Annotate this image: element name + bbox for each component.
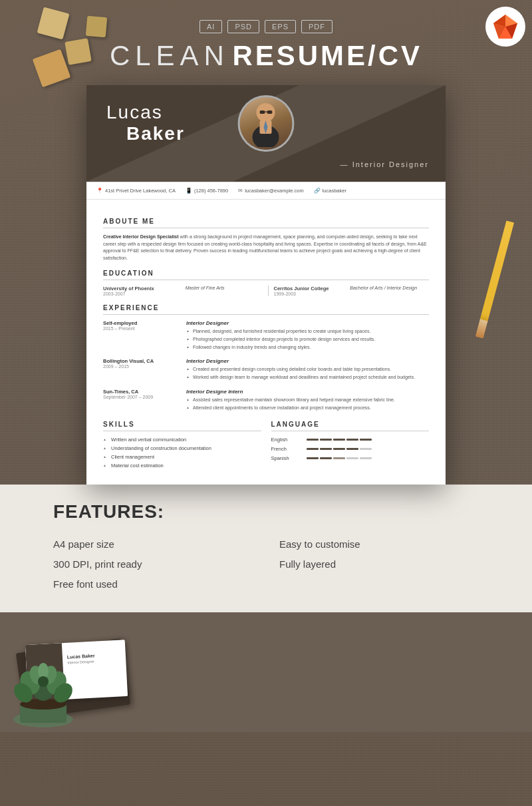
lang-bar xyxy=(360,457,372,459)
feature-1: A4 paper size xyxy=(53,536,253,552)
edu-degree-2: Bachelor of Arts / Interior Design xyxy=(350,286,429,296)
exp-bullet-2-2: Worked with design team to manage worklo… xyxy=(186,374,429,381)
lang-bar xyxy=(307,448,319,450)
format-pdf: PDF xyxy=(301,20,332,33)
lang-bar xyxy=(346,439,358,441)
web-icon: 🔗 xyxy=(314,188,321,194)
about-text: Creative Interior Design Specialist with… xyxy=(103,234,429,262)
svg-rect-9 xyxy=(260,110,265,114)
deco-block-2 xyxy=(65,38,92,65)
feature-2: Easy to customise xyxy=(279,536,479,552)
pencil-decoration xyxy=(475,221,514,339)
edu-school-2: Cerritos Junior College 1999-2003 xyxy=(268,286,347,296)
exp-right-1: Interior Designer Planned, designed, and… xyxy=(186,320,429,351)
feature-3: 300 DPI, print ready xyxy=(53,556,253,572)
phone-icon: 📱 xyxy=(186,188,192,194)
lang-bar xyxy=(307,439,319,441)
about-section-title: ABOUTE ME xyxy=(103,218,429,228)
deco-block-3 xyxy=(86,16,108,38)
page-wrapper: AI PSD EPS PDF CLEAN RESUME/CV Lucas Bak… xyxy=(0,0,532,806)
skill-4: Material cost estimation xyxy=(103,463,261,469)
feature-4: Fully layered xyxy=(279,556,479,572)
exp-bullet-2-1: Created and presented design concepts us… xyxy=(186,366,429,373)
features-title: FEATURES: xyxy=(53,501,479,522)
lang-french: French xyxy=(271,446,430,452)
exp-right-2: Interior Designer Created and presented … xyxy=(186,358,429,382)
lang-bar xyxy=(360,439,372,441)
resume-body: ABOUTE ME Creative Interior Design Speci… xyxy=(86,200,446,485)
lang-bar xyxy=(360,448,372,450)
lang-spanish: Spanish xyxy=(271,455,430,461)
contact-website: 🔗 lucasbaker xyxy=(314,188,346,194)
format-eps: EPS xyxy=(265,20,296,33)
exp-item-2: Bollington Visual, CA 2009 – 2015 Interi… xyxy=(103,358,429,382)
edu-school-1: University of Phoenix 2003-2007 xyxy=(103,286,182,296)
exp-bullet-1-2: Photographed completed interior design p… xyxy=(186,336,429,343)
email-icon: ✉ xyxy=(238,188,243,194)
exp-left-2: Bollington Visual, CA 2009 – 2015 xyxy=(103,358,183,382)
skill-3: Client management xyxy=(103,454,261,460)
exp-left-3: Sun-Times, CA September 2007 – 2009 xyxy=(103,389,183,413)
exp-bullet-3-1: Assisted sales representative maintain s… xyxy=(186,397,429,403)
exp-bullet-1-3: Followed changes in industry trends and … xyxy=(186,344,429,351)
lang-bars-english xyxy=(307,439,372,441)
skill-2: Understanding of construction documentat… xyxy=(103,445,261,451)
resume-header: Lucas Baker xyxy=(86,85,446,182)
features-grid: A4 paper size Easy to customise 300 DPI,… xyxy=(53,536,479,592)
exp-item-1: Self-employed 2015 – Present Interior De… xyxy=(103,320,429,351)
education-grid: University of Phoenix 2003-2007 Master o… xyxy=(103,286,429,296)
language-section: LANGUAGE English French xyxy=(271,421,430,471)
lang-bars-french xyxy=(307,448,372,450)
skills-title: SKILLS xyxy=(103,421,261,431)
exp-right-3: Interior Designe Intern Assisted sales r… xyxy=(186,389,429,413)
features-wrap: FEATURES: A4 paper size Easy to customis… xyxy=(0,485,532,612)
photo-placeholder xyxy=(240,97,293,150)
language-title: LANGUAGE xyxy=(271,421,430,431)
plant-svg xyxy=(0,630,86,729)
format-ai: AI xyxy=(200,20,222,33)
plant xyxy=(0,630,86,732)
format-badges: AI PSD EPS PDF xyxy=(0,0,532,33)
lang-bar xyxy=(346,448,358,450)
edu-degree-1: Master of Fine Arts xyxy=(186,286,265,296)
education-section-title: EDUCATION xyxy=(103,270,429,280)
contact-phone: 📱 (128) 456-7890 xyxy=(186,188,228,194)
lang-bar xyxy=(333,448,345,450)
first-name: Lucas xyxy=(106,102,185,123)
title-clean: CLEAN xyxy=(110,40,229,71)
feature-5: Free font used xyxy=(53,576,253,592)
skill-1: Written and verbal communication xyxy=(103,437,261,443)
profile-photo xyxy=(238,95,295,152)
location-icon: 📍 xyxy=(96,188,103,194)
bottom-section: Lucas Baker Interior Designer xyxy=(0,612,532,732)
lang-bar xyxy=(333,457,345,459)
exp-bullet-1-1: Planned, designed, and furnished residen… xyxy=(186,328,429,335)
lang-bar xyxy=(307,457,319,459)
experience-section-title: EXPERIENCE xyxy=(103,304,429,315)
contact-email: ✉ lucasbaker@example.com xyxy=(238,188,303,194)
header-name: Lucas Baker xyxy=(106,102,185,144)
svg-point-24 xyxy=(38,676,49,687)
last-name: Baker xyxy=(126,123,185,144)
contact-bar: 📍 41st Privet Drive Lakewood, CA 📱 (128)… xyxy=(86,182,446,200)
format-psd: PSD xyxy=(227,20,259,33)
lang-english: English xyxy=(271,437,430,443)
exp-bullet-3-2: Attended client appointments to observe … xyxy=(186,405,429,411)
lang-bar xyxy=(320,448,332,450)
svg-rect-10 xyxy=(267,110,273,114)
logo xyxy=(485,7,525,47)
job-title: Interior Designer xyxy=(340,160,429,168)
skills-lang-grid: SKILLS Written and verbal communication … xyxy=(103,421,429,471)
skills-section: SKILLS Written and verbal communication … xyxy=(103,421,261,471)
resume-card: Lucas Baker xyxy=(86,85,446,485)
gem-icon xyxy=(492,13,519,40)
exp-item-3: Sun-Times, CA September 2007 – 2009 Inte… xyxy=(103,389,429,413)
lang-bar xyxy=(320,439,332,441)
lang-bars-spanish xyxy=(307,457,372,459)
contact-address: 📍 41st Privet Drive Lakewood, CA xyxy=(96,188,176,194)
lang-bar xyxy=(346,457,358,459)
lang-bar xyxy=(320,457,332,459)
lang-bar xyxy=(333,439,345,441)
exp-left-1: Self-employed 2015 – Present xyxy=(103,320,183,351)
title-resume: RESUME/CV xyxy=(232,40,422,71)
